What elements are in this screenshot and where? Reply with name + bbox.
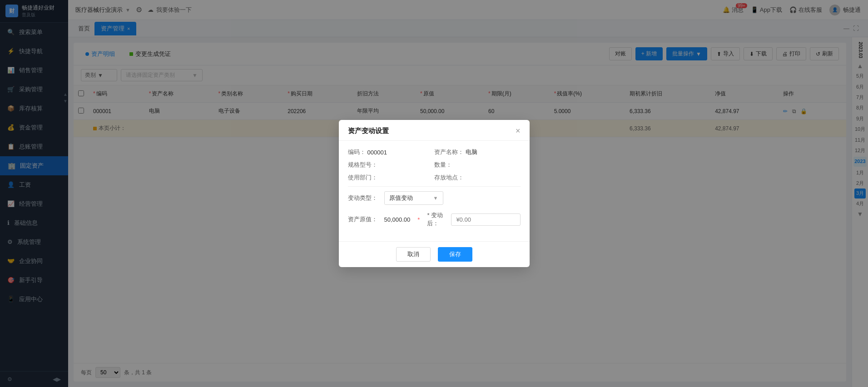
dialog-body: 编码： 000001 资产名称： 电脑 规格型号： 数量： [339,141,530,241]
cancel-button[interactable]: 取消 [396,247,431,262]
dialog-dept-item: 使用部门： [348,174,434,182]
dialog-change-type-row: 变动类型： 原值变动 ▼ [348,191,521,205]
dialog-value-row: 资产原值： 50,000.00 * * 变动后： [348,211,521,228]
dialog-overlay: 资产变动设置 × 编码： 000001 资产名称： 电脑 规格型号： [0,0,868,387]
dialog-footer: 取消 保存 [339,241,530,267]
after-change-input[interactable] [451,213,520,226]
dialog-info-row-1: 编码： 000001 资产名称： 电脑 [348,148,521,156]
after-change-label: * 变动后： [427,211,448,228]
asset-change-dialog: 资产变动设置 × 编码： 000001 资产名称： 电脑 规格型号： [339,120,530,267]
dialog-title: 资产变动设置 [348,127,389,135]
dialog-header: 资产变动设置 × [339,120,530,141]
dialog-info-row-2: 规格型号： 数量： [348,161,521,169]
change-type-select[interactable]: 原值变动 ▼ [384,191,443,205]
dialog-spec-item: 规格型号： [348,161,434,169]
dialog-location-item: 存放地点： [434,174,521,182]
dialog-close-btn[interactable]: × [516,126,521,136]
dialog-asset-name-item: 资产名称： 电脑 [434,148,521,156]
dialog-code-item: 编码： 000001 [348,148,434,156]
dialog-info-row-3: 使用部门： 存放地点： [348,174,521,182]
save-button[interactable]: 保存 [438,247,472,262]
change-type-arrow: ▼ [433,195,438,201]
dialog-qty-item: 数量： [434,161,521,169]
dialog-divider [348,186,521,187]
required-star: * [417,216,420,223]
